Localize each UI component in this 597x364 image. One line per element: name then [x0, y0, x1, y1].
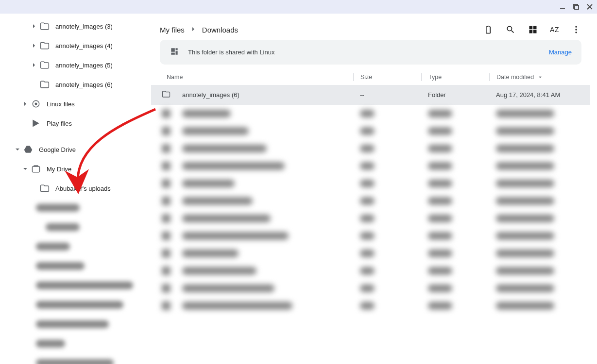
sidebar-item-label: annotely_images (4) — [55, 42, 113, 50]
sidebar-item-blurred — [0, 353, 148, 364]
close-icon[interactable] — [586, 3, 593, 10]
col-date[interactable]: Date modified — [489, 73, 581, 81]
manage-link[interactable]: Manage — [549, 49, 572, 56]
maximize-icon[interactable] — [573, 3, 580, 10]
table-row-blurred — [151, 245, 590, 262]
share-banner-text: This folder is shared with Linux — [188, 49, 274, 56]
table-row-blurred — [151, 105, 590, 122]
more-vert-icon[interactable] — [571, 24, 581, 35]
folder-icon — [40, 41, 50, 50]
sidebar-item-blurred — [0, 256, 148, 276]
folder-icon — [162, 90, 177, 100]
sidebar-item-blurred — [0, 237, 148, 256]
chevron-icon[interactable] — [30, 43, 38, 48]
svg-rect-2 — [575, 5, 579, 9]
svg-point-6 — [35, 103, 37, 105]
chevron-right-icon — [189, 25, 197, 34]
table-row-blurred — [151, 192, 590, 210]
sidebar-item-label: annotely_images (5) — [55, 62, 113, 69]
chevron-icon[interactable] — [14, 147, 21, 152]
content-pane: My files Downloads AZ — [148, 14, 597, 364]
chevron-icon[interactable] — [21, 101, 29, 106]
table-row[interactable]: annotely_images (6) -- Folder Aug 17, 20… — [151, 85, 590, 105]
table-header: Name Size Type Date modified — [151, 69, 590, 85]
sidebar-item-google-drive[interactable]: Google Drive — [0, 140, 148, 159]
sidebar-item-blurred — [0, 198, 148, 217]
gdrive-icon — [23, 145, 33, 154]
play-icon — [31, 118, 41, 128]
sidebar: annotely_images (3)annotely_images (4)an… — [0, 14, 148, 364]
chevron-icon[interactable] — [21, 166, 29, 171]
minimize-icon[interactable] — [559, 3, 566, 10]
svg-point-8 — [575, 26, 577, 28]
table-row-blurred — [151, 175, 590, 192]
sidebar-item-blurred — [0, 276, 148, 295]
folder-icon — [40, 183, 50, 193]
sidebar-item-label: My Drive — [47, 165, 71, 173]
linux-icon — [31, 99, 41, 109]
breadcrumb-root[interactable]: My files — [160, 26, 185, 34]
folder-icon — [40, 60, 50, 70]
svg-rect-7 — [33, 166, 40, 172]
col-size[interactable]: Size — [353, 73, 421, 81]
file-table: Name Size Type Date modified annotely_im… — [151, 69, 590, 314]
file-date: Aug 17, 2024, 8:41 AM — [489, 91, 581, 99]
table-row-blurred — [151, 280, 590, 297]
sidebar-item-label: annotely_images (6) — [55, 81, 113, 88]
table-row-blurred — [151, 122, 590, 140]
folder-icon — [40, 80, 50, 89]
grid-view-icon[interactable] — [528, 24, 538, 35]
mydrive-icon — [31, 164, 41, 174]
clipboard-icon[interactable] — [483, 24, 494, 35]
sort-desc-icon — [537, 74, 544, 81]
sidebar-item-label: Play files — [47, 120, 72, 127]
table-row-blurred — [151, 227, 590, 245]
window-titlebar — [0, 0, 597, 14]
search-icon[interactable] — [505, 24, 516, 35]
chevron-icon[interactable] — [30, 24, 38, 29]
table-row-blurred — [151, 157, 590, 175]
sidebar-item-label: Abubakar's uploads — [55, 185, 111, 192]
table-row-blurred — [151, 262, 590, 280]
svg-point-9 — [575, 29, 577, 30]
folder-icon — [40, 21, 50, 31]
linux-share-icon — [170, 47, 179, 58]
sidebar-item-label: annotely_images (3) — [55, 23, 113, 30]
file-size: -- — [353, 91, 421, 99]
sidebar-item-annotely-images-6-[interactable]: annotely_images (6) — [0, 75, 148, 94]
sidebar-item-linux-files[interactable]: Linux files — [0, 94, 148, 114]
svg-point-10 — [575, 32, 577, 33]
sidebar-item-blurred — [0, 217, 148, 237]
sidebar-item-play-files[interactable]: Play files — [0, 114, 148, 133]
table-row-blurred — [151, 297, 590, 314]
breadcrumb: My files Downloads — [160, 25, 238, 34]
sidebar-item-annotely-images-3-[interactable]: annotely_images (3) — [0, 17, 148, 36]
sidebar-item-annotely-images-4-[interactable]: annotely_images (4) — [0, 36, 148, 55]
file-type: Folder — [421, 91, 489, 99]
sidebar-item-blurred — [0, 334, 148, 353]
sidebar-item-annotely-images-5-[interactable]: annotely_images (5) — [0, 55, 148, 75]
sidebar-item-abubakar-s-uploads[interactable]: Abubakar's uploads — [0, 179, 148, 198]
sidebar-item-my-drive[interactable]: My Drive — [0, 159, 148, 179]
sort-az-button[interactable]: AZ — [550, 26, 559, 33]
sidebar-item-blurred — [0, 295, 148, 314]
col-type[interactable]: Type — [421, 73, 489, 81]
col-name[interactable]: Name — [167, 73, 353, 81]
share-banner: This folder is shared with Linux Manage — [160, 40, 581, 65]
table-row-blurred — [151, 140, 590, 157]
breadcrumb-current: Downloads — [202, 26, 238, 34]
sidebar-item-label: Linux files — [47, 100, 75, 108]
chevron-icon[interactable] — [30, 63, 38, 67]
file-name: annotely_images (6) — [177, 91, 353, 99]
sidebar-item-blurred — [0, 314, 148, 334]
table-row-blurred — [151, 210, 590, 227]
sidebar-item-label: Google Drive — [39, 146, 76, 153]
